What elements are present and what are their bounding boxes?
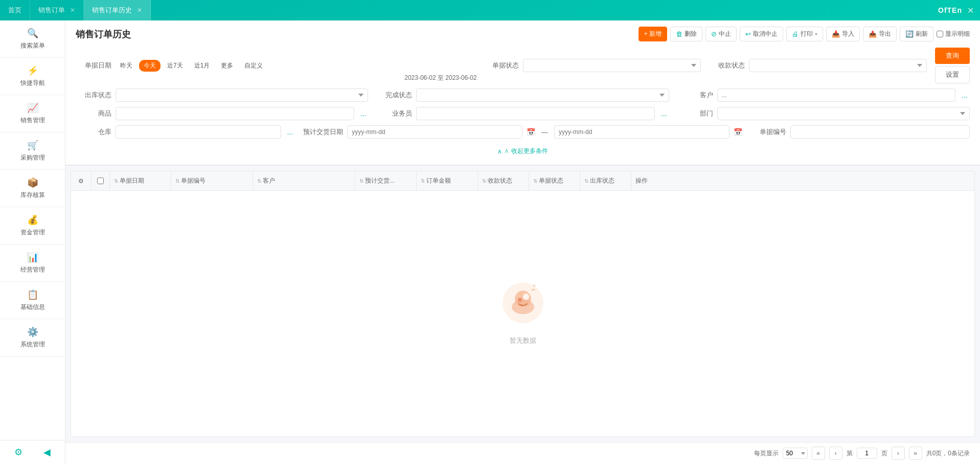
empty-state: 暂无数据 xyxy=(71,191,974,431)
filter-field-complete-status: 完成状态 xyxy=(376,89,669,102)
toolbar: + 新增 🗑 删除 ⊘ 中止 ↩ 取消中止 🖨 xyxy=(639,27,970,41)
date-chip-7days[interactable]: 近7天 xyxy=(163,60,188,72)
delete-icon: 🗑 xyxy=(676,30,682,38)
tab-sales-order[interactable]: 销售订单 ✕ xyxy=(30,0,84,20)
select-all-checkbox[interactable] xyxy=(97,178,104,184)
tab-sales-order-history-close[interactable]: ✕ xyxy=(137,7,142,14)
filter-delivery-label: 预计交货日期 xyxy=(303,127,343,137)
th-date[interactable]: ⇅ 单据日期 xyxy=(110,171,171,190)
filter-field-date: 单据日期 昨天 今天 近7天 近1月 更多 自定义 xyxy=(76,60,402,72)
customer-ellipsis-icon[interactable]: ... xyxy=(960,91,970,99)
filter-action-buttons: 查询 设置 xyxy=(935,48,970,83)
new-button[interactable]: + 新增 xyxy=(639,27,667,41)
th-doc-status[interactable]: ⇅ 单据状态 xyxy=(529,171,580,190)
next-page-icon: › xyxy=(897,450,899,457)
filter-dept-select[interactable] xyxy=(717,107,970,120)
collapse-conditions[interactable]: ∧ ∧ 收起更多条件 xyxy=(76,144,970,159)
date-chip-custom[interactable]: 自定义 xyxy=(240,60,267,72)
th-payment-label: 收款状态 xyxy=(488,176,512,185)
sidebar-item-basic-info[interactable]: 📋 基础信息 xyxy=(0,282,65,319)
filter-payment-select[interactable] xyxy=(749,59,927,72)
delete-button[interactable]: 🗑 删除 xyxy=(670,27,702,41)
page-size-select[interactable]: 50 100 200 xyxy=(783,448,808,459)
filter-out-status-select[interactable] xyxy=(116,89,368,102)
filter-customer-input[interactable] xyxy=(717,89,956,102)
inventory-calc-icon: 📦 xyxy=(27,177,38,188)
sidebar-item-operation-mgmt-label: 经营管理 xyxy=(20,266,45,274)
print-button-label: 打印 xyxy=(801,30,813,38)
tab-sales-order-history[interactable]: 销售订单历史 ✕ xyxy=(84,0,151,20)
sales-mgmt-icon: 📈 xyxy=(27,102,38,114)
filter-salesperson-input[interactable] xyxy=(416,107,655,120)
th-amount[interactable]: ⇅ 订单金额 xyxy=(417,171,478,190)
th-delivery[interactable]: ⇅ 预计交货... xyxy=(355,171,417,190)
tab-sales-order-close[interactable]: ✕ xyxy=(70,7,75,14)
filter-warehouse-input[interactable] xyxy=(116,125,281,139)
th-settings[interactable]: ⚙ xyxy=(71,172,92,190)
th-payment-status[interactable]: ⇅ 收款状态 xyxy=(478,171,529,190)
th-doc-no[interactable]: ⇅ 单据编号 xyxy=(171,171,253,190)
sidebar-collapse-icon[interactable]: ◀ xyxy=(43,447,51,458)
product-ellipsis-icon[interactable]: ... xyxy=(358,109,369,118)
warehouse-ellipsis-icon[interactable]: ... xyxy=(285,128,295,136)
filter-delivery-end[interactable] xyxy=(554,125,730,139)
calendar-end-icon[interactable]: 📅 xyxy=(734,128,742,136)
tab-home[interactable]: 首页 xyxy=(0,0,30,20)
svg-point-3 xyxy=(523,294,529,300)
filter-out-status-label: 出库状态 xyxy=(76,91,111,100)
sidebar-item-operation-mgmt[interactable]: 📊 经营管理 xyxy=(0,245,65,282)
sort-icon-amount: ⇅ xyxy=(421,178,425,184)
sidebar: 🔍 搜索菜单 ⚡ 快捷导航 📈 销售管理 🛒 采购管理 📦 库存核算 💰 资金管… xyxy=(0,20,65,464)
cancel-stop-button[interactable]: ↩ 取消中止 xyxy=(740,27,783,41)
filter-complete-select[interactable] xyxy=(416,89,669,102)
sidebar-item-quick-nav[interactable]: ⚡ 快捷导航 xyxy=(0,58,65,95)
date-chip-today[interactable]: 今天 xyxy=(139,60,161,72)
import-button[interactable]: 📥 导入 xyxy=(826,27,860,41)
tab-bar: 首页 销售订单 ✕ 销售订单历史 ✕ xyxy=(0,0,932,20)
sidebar-item-purchase-mgmt-label: 采购管理 xyxy=(20,153,45,162)
date-chip-more[interactable]: 更多 xyxy=(216,60,238,72)
sidebar-item-capital-mgmt[interactable]: 💰 资金管理 xyxy=(0,207,65,245)
sidebar-item-system-mgmt[interactable]: ⚙️ 系统管理 xyxy=(0,319,65,357)
date-chip-1month[interactable]: 近1月 xyxy=(190,60,215,72)
th-out-status[interactable]: ⇅ 出库状态 xyxy=(580,171,631,190)
sidebar-item-sales-mgmt[interactable]: 📈 销售管理 xyxy=(0,95,65,132)
filter-settings-button[interactable]: 设置 xyxy=(935,66,970,83)
date-group: 昨天 今天 近7天 近1月 更多 自定义 xyxy=(116,60,402,72)
filter-doc-no-input[interactable] xyxy=(790,125,970,139)
display-toggle[interactable]: 显示明细 xyxy=(937,30,970,38)
calendar-start-icon[interactable]: 📅 xyxy=(527,128,535,136)
page-label: 第 xyxy=(847,449,853,458)
export-button[interactable]: 📤 导出 xyxy=(863,27,897,41)
sidebar-item-inventory-calc[interactable]: 📦 库存核算 xyxy=(0,170,65,207)
salesperson-ellipsis-icon[interactable]: ... xyxy=(659,109,669,118)
th-check[interactable] xyxy=(92,172,110,189)
last-page-button[interactable]: » xyxy=(909,447,922,460)
th-customer[interactable]: ⇅ 客户 xyxy=(253,171,355,190)
sidebar-item-search-menu[interactable]: 🔍 搜索菜单 xyxy=(0,20,65,58)
filter-product-input[interactable] xyxy=(116,107,354,120)
stop-button[interactable]: ⊘ 中止 xyxy=(705,27,737,41)
date-chip-yesterday[interactable]: 昨天 xyxy=(116,60,137,72)
sidebar-settings-icon[interactable]: ⚙ xyxy=(14,447,22,458)
operation-mgmt-icon: 📊 xyxy=(27,252,38,263)
first-page-button[interactable]: « xyxy=(812,447,825,460)
display-detail-checkbox[interactable] xyxy=(937,31,943,37)
refresh-button[interactable]: 🔄 刷新 xyxy=(900,27,933,41)
next-page-button[interactable]: › xyxy=(892,447,905,460)
prev-page-icon: ‹ xyxy=(835,450,837,457)
current-page-input[interactable] xyxy=(857,448,877,459)
cancel-stop-button-label: 取消中止 xyxy=(753,30,778,38)
sidebar-item-purchase-mgmt[interactable]: 🛒 采购管理 xyxy=(0,132,65,170)
filter-delivery-start[interactable] xyxy=(347,125,522,139)
filter-doc-status-select[interactable] xyxy=(523,59,701,72)
sort-icon-customer: ⇅ xyxy=(257,178,261,184)
page-header-inner: 销售订单历史 + 新增 🗑 删除 ⊘ 中止 ↩ 取消中止 xyxy=(65,20,980,41)
th-delivery-label: 预计交货... xyxy=(365,176,395,185)
window-close-icon[interactable]: ✕ xyxy=(967,6,974,15)
print-button[interactable]: 🖨 打印 ▾ xyxy=(786,27,823,41)
prev-page-button[interactable]: ‹ xyxy=(829,447,842,460)
collapse-label: ∧ 收起更多条件 xyxy=(504,147,548,156)
query-button[interactable]: 查询 xyxy=(935,48,970,64)
collapse-icon: ∧ xyxy=(497,148,502,155)
